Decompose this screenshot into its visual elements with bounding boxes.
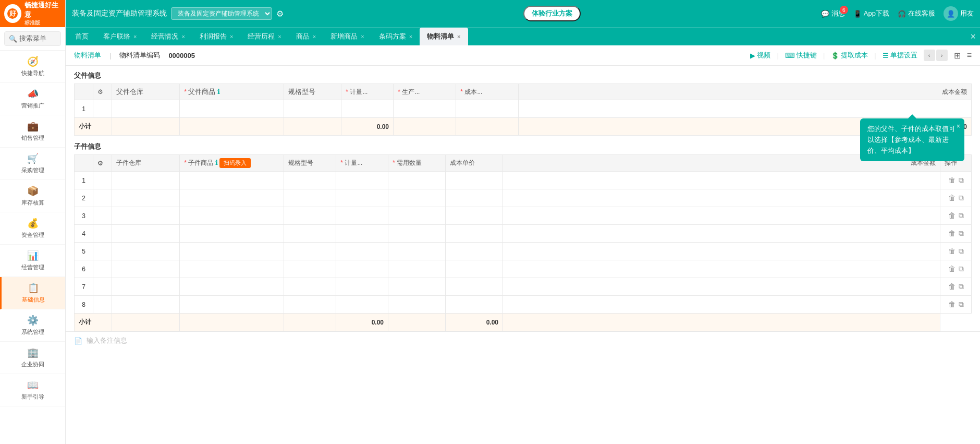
copy-icon-7[interactable]: ⧉ [959,282,964,291]
child-row-unit-4[interactable] [336,225,388,243]
delete-icon-3[interactable]: 🗑 [948,211,956,220]
tab-home[interactable]: 首页 [68,28,96,45]
delete-icon-8[interactable]: 🗑 [948,300,956,309]
tab-profit[interactable]: 利润报告 × [192,28,240,45]
child-row-spec-5[interactable] [284,243,336,260]
delete-icon-6[interactable]: 🗑 [948,265,956,273]
list-view-icon[interactable]: ≡ [967,51,972,60]
tooltip-close-button[interactable]: × [957,122,960,131]
child-row-unit-2[interactable] [336,189,388,207]
parent-col-gear[interactable]: ⚙ [93,84,112,100]
breadcrumb-parent[interactable]: 物料清单 [74,51,101,60]
sidebar-item-inventory[interactable]: 📦 库存核算 [0,180,65,212]
tab-customer[interactable]: 客户联络 × [96,28,144,45]
extract-cost-action[interactable]: 💲 提取成本 [831,51,868,60]
parent-row-spec[interactable] [284,100,341,118]
child-row-qty-1[interactable] [388,172,446,189]
child-row-unit-price-4[interactable] [446,225,503,243]
child-row-cost-amount-4[interactable] [503,225,940,243]
child-row-spec-2[interactable] [284,189,336,207]
child-row-unit-price-8[interactable] [446,296,503,314]
child-row-spec-6[interactable] [284,260,336,278]
tab-close-new-product[interactable]: × [361,33,364,40]
child-row-spec-3[interactable] [284,207,336,225]
child-row-product-8[interactable] [180,296,284,314]
parent-row-cost[interactable] [456,100,519,118]
child-row-spec-8[interactable] [284,296,336,314]
child-row-unit-price-7[interactable] [446,278,503,296]
next-arrow[interactable]: › [936,50,948,61]
child-row-product-7[interactable] [180,278,284,296]
copy-icon-5[interactable]: ⧉ [959,247,964,256]
tab-close-profit[interactable]: × [230,33,233,40]
tab-close-history[interactable]: × [278,33,281,40]
view-video-action[interactable]: ▶ 视频 [750,51,770,60]
child-row-cost-amount-8[interactable] [503,296,940,314]
delete-icon-2[interactable]: 🗑 [948,194,956,202]
child-row-unit-5[interactable] [336,243,388,260]
delete-icon-5[interactable]: 🗑 [948,247,956,256]
child-row-warehouse-7[interactable] [112,278,180,296]
tab-new-product[interactable]: 新增商品 × [323,28,371,45]
tab-barcode[interactable]: 条码方案 × [372,28,420,45]
child-row-unit-price-5[interactable] [446,243,503,260]
delete-icon-4[interactable]: 🗑 [948,229,956,238]
gear-icon[interactable]: ⚙ [276,9,284,19]
child-row-warehouse-6[interactable] [112,260,180,278]
delete-icon-1[interactable]: 🗑 [948,176,956,185]
search-area[interactable]: 🔍 搜索菜单 [0,27,65,51]
close-all-icon[interactable]: × [970,31,976,42]
child-row-unit-1[interactable] [336,172,388,189]
child-row-unit-6[interactable] [336,260,388,278]
delete-icon-7[interactable]: 🗑 [948,282,956,291]
child-row-warehouse-4[interactable] [112,225,180,243]
child-row-unit-8[interactable] [336,296,388,314]
child-row-product-5[interactable] [180,243,284,260]
child-row-unit-price-1[interactable] [446,172,503,189]
tab-close-bom[interactable]: × [457,33,460,40]
child-row-warehouse-3[interactable] [112,207,180,225]
child-row-product-6[interactable] [180,260,284,278]
tab-ops-history[interactable]: 经营历程 × [240,28,288,45]
sidebar-item-system[interactable]: ⚙️ 系统管理 [0,309,65,342]
shortcut-action[interactable]: ⌨ 快捷键 [785,51,817,60]
trial-button[interactable]: 体验行业方案 [523,6,581,21]
child-col-gear[interactable]: ⚙ [93,155,112,172]
tab-close-ops[interactable]: × [181,33,185,40]
child-row-unit-price-3[interactable] [446,207,503,225]
parent-row-unit[interactable] [341,100,394,118]
sidebar-item-finance[interactable]: 💰 资金管理 [0,212,65,245]
child-row-product-4[interactable] [180,225,284,243]
sidebar-item-basic-info[interactable]: 📋 基础信息 [0,277,65,309]
child-row-product-1[interactable] [180,172,284,189]
tab-close-products[interactable]: × [313,33,316,40]
message-button[interactable]: 💬 消息 6 [821,9,845,18]
parent-row-production[interactable] [394,100,456,118]
child-row-cost-amount-2[interactable] [503,189,940,207]
child-row-unit-3[interactable] [336,207,388,225]
copy-icon-1[interactable]: ⧉ [959,176,964,185]
child-row-warehouse-2[interactable] [112,189,180,207]
child-row-qty-6[interactable] [388,260,446,278]
child-row-qty-7[interactable] [388,278,446,296]
note-input[interactable]: 输入备注信息 [87,336,127,345]
sidebar-item-purchase[interactable]: 🛒 采购管理 [0,148,65,180]
tab-products[interactable]: 商品 × [289,28,323,45]
sidebar-item-sales[interactable]: 💼 销售管理 [0,115,65,148]
child-row-warehouse-1[interactable] [112,172,180,189]
online-service-button[interactable]: 🎧 在线客服 [898,9,935,18]
child-row-qty-3[interactable] [388,207,446,225]
child-row-spec-1[interactable] [284,172,336,189]
child-row-cost-amount-3[interactable] [503,207,940,225]
copy-icon-6[interactable]: ⧉ [959,265,964,273]
grid-view-icon[interactable]: ⊞ [954,51,961,61]
tab-bom[interactable]: 物料清单 × [420,28,468,45]
child-row-cost-amount-5[interactable] [503,243,940,260]
scan-button[interactable]: 扫码录入 [219,158,251,168]
app-download-button[interactable]: 📱 App下载 [853,9,889,18]
sidebar-item-operations[interactable]: 📊 经营管理 [0,245,65,277]
sidebar-item-marketing[interactable]: 📣 营销推广 [0,83,65,115]
tab-close-customer[interactable]: × [133,33,137,40]
sidebar-item-guide[interactable]: 📖 新手引导 [0,374,65,406]
tab-close-barcode[interactable]: × [409,33,412,40]
